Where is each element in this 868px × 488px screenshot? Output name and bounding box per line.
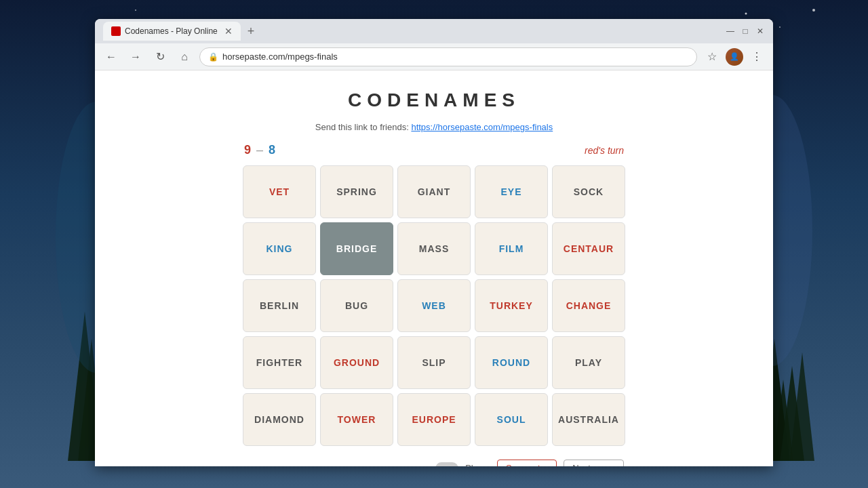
browser-window: Codenames - Play Online ✕ + — □ ✕ ← → ↻ … (95, 19, 773, 466)
refresh-button[interactable]: ↻ (151, 47, 170, 66)
card-bug[interactable]: BUG (320, 279, 393, 332)
card-change[interactable]: CHANGE (552, 279, 625, 332)
browser-tab[interactable]: Codenames - Play Online ✕ (103, 22, 241, 41)
home-button[interactable]: ⌂ (175, 47, 194, 66)
menu-button[interactable]: ⋮ (747, 47, 766, 66)
lock-icon: 🔒 (208, 52, 218, 62)
card-diamond[interactable]: DIAMOND (243, 393, 316, 446)
spymaster-button[interactable]: Spymaster (497, 460, 557, 466)
card-berlin[interactable]: BERLIN (243, 279, 316, 332)
page-content: CODENAMES Send this link to friends: htt… (95, 70, 773, 466)
url-text: horsepaste.com/mpegs-finals (222, 52, 338, 62)
card-bridge[interactable]: BRIDGE (320, 222, 393, 275)
card-eye[interactable]: EYE (475, 165, 548, 218)
bookmark-button[interactable]: ☆ (703, 47, 722, 66)
score-dash: – (256, 143, 263, 157)
share-url-link[interactable]: https://horsepaste.com/mpegs-finals (411, 122, 553, 132)
maximize-button[interactable]: □ (741, 26, 750, 36)
card-vet[interactable]: VET (243, 165, 316, 218)
browser-titlebar: Codenames - Play Online ✕ + — □ ✕ (95, 19, 773, 43)
score-display: 9 – 8 (244, 143, 275, 157)
card-giant[interactable]: GIANT (397, 165, 471, 218)
user-avatar[interactable]: 👤 (726, 48, 743, 66)
close-button[interactable]: ✕ (755, 26, 765, 36)
tab-close-button[interactable]: ✕ (224, 26, 233, 37)
next-game-button[interactable]: Next game (564, 460, 624, 466)
window-controls: — □ ✕ (726, 26, 765, 36)
card-australia[interactable]: AUSTRALIA (552, 393, 625, 446)
share-prefix: Send this link to friends: (315, 122, 412, 132)
card-play[interactable]: PLAY (552, 336, 625, 389)
card-web[interactable]: WEB (397, 279, 471, 332)
toolbar-right: ☆ 👤 ⋮ (703, 47, 766, 66)
mode-toggle[interactable] (435, 462, 458, 467)
back-button[interactable]: ← (102, 47, 121, 66)
page-title: CODENAMES (348, 89, 520, 111)
tab-bar: Codenames - Play Online ✕ + (103, 22, 720, 41)
forward-button[interactable]: → (126, 47, 145, 66)
browser-toolbar: ← → ↻ ⌂ 🔒 horsepaste.com/mpegs-finals ☆ … (95, 43, 773, 70)
turn-label: red's turn (585, 145, 624, 156)
card-centaur[interactable]: CENTAUR (552, 222, 625, 275)
new-tab-button[interactable]: + (243, 24, 259, 39)
card-europe[interactable]: EUROPE (397, 393, 471, 446)
card-mass[interactable]: MASS (397, 222, 471, 275)
red-score: 9 (244, 143, 251, 157)
card-fighter[interactable]: FIGHTER (243, 336, 316, 389)
score-row: 9 – 8 red's turn (244, 143, 624, 157)
card-turkey[interactable]: TURKEY (475, 279, 548, 332)
player-label: Player (465, 463, 490, 466)
card-king[interactable]: KING (243, 222, 316, 275)
blue-score: 8 (269, 143, 275, 157)
bottom-controls: Player Spymaster Next game (244, 460, 624, 466)
share-link-row: Send this link to friends: https://horse… (315, 122, 553, 132)
card-ground[interactable]: GROUND (320, 336, 393, 389)
card-soul[interactable]: SOUL (475, 393, 548, 446)
card-spring[interactable]: SPRING (320, 165, 393, 218)
card-sock[interactable]: SOCK (552, 165, 625, 218)
tab-favicon (111, 26, 121, 36)
minimize-button[interactable]: — (726, 26, 735, 36)
card-round[interactable]: ROUND (475, 336, 548, 389)
card-film[interactable]: FILM (475, 222, 548, 275)
address-bar[interactable]: 🔒 horsepaste.com/mpegs-finals (199, 47, 697, 66)
tab-title: Codenames - Play Online (125, 26, 218, 36)
card-slip[interactable]: SLIP (397, 336, 471, 389)
game-grid: VETSPRINGGIANTEYESOCKKINGBRIDGEMASSFILMC… (243, 165, 625, 446)
card-tower[interactable]: TOWER (320, 393, 393, 446)
